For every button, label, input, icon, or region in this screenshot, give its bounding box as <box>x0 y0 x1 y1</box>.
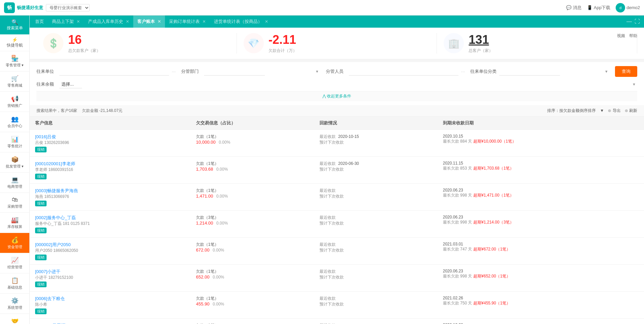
tab-bar: 首页 商品上下架 ✕ 产成品入库单历史 ✕ 客户账本 ✕ 采购订单统计表 ✕ 进… <box>30 16 644 28</box>
person-label: 分管人员 <box>326 68 346 75</box>
filter-item-unit-category: 往来单位分类 ▼ <box>470 67 610 76</box>
last-payment-6: 最近收款 <box>319 296 432 301</box>
sort-label[interactable]: 排序：按欠款金额倒序排序 <box>547 108 596 114</box>
customer-name-5[interactable]: [0007]小进干 <box>35 269 185 275</box>
customer-name-6[interactable]: [0006]去下粮仓 <box>35 296 185 302</box>
customer-name-3[interactable]: [0002]服务中心_丁磊 <box>35 215 185 221</box>
from-unit-input[interactable] <box>59 67 169 76</box>
sidebar-item-ecommerce[interactable]: 💻 电商管理 <box>0 173 29 193</box>
sidebar-item-marketing[interactable]: 📢 营销推广 <box>0 92 29 112</box>
sidebar-item-member[interactable]: 👥 会员中心 <box>0 112 29 132</box>
person-input[interactable] <box>349 67 458 76</box>
top-bar-left: 畅 畅捷通好生意 母婴行业演示账套 <box>4 2 90 13</box>
tab-purchase-order-stats[interactable]: 采购订单统计表 ✕ <box>165 16 210 28</box>
balance-label: 往来余额 <box>36 81 57 87</box>
dept-input[interactable] <box>204 67 265 76</box>
tab-bar-right: — ⛶ <box>626 19 643 25</box>
debt-amount-2[interactable]: 1,471.00 <box>196 194 213 199</box>
tab-products-offsale[interactable]: 商品上下架 ✕ <box>48 16 84 28</box>
video-help-btn[interactable]: 视频 <box>617 33 625 39</box>
debt-amount-4[interactable]: 672.00 <box>196 247 209 253</box>
debt-amount-5[interactable]: 652.00 <box>196 274 209 279</box>
industry-select[interactable]: 母婴行业演示账套 <box>46 4 90 11</box>
tab-close-production[interactable]: ✕ <box>126 19 129 24</box>
sidebar-item-system[interactable]: ⚙️ 系统管理 <box>0 294 29 314</box>
result-bar: 搜索结果中，客户16家 欠款金额 -21,148.07元 排序：按欠款金额倒序排… <box>30 105 644 117</box>
app-download-btn[interactable]: 📱 App下载 <box>587 5 610 11</box>
cell-customer-4: [000002]用户2050 用户2050 18665062050 现销 <box>30 237 191 264</box>
debt-amount-6[interactable]: 455.90 <box>196 301 209 306</box>
customer-name-7[interactable]: [000001]黄思源 <box>35 323 185 324</box>
debt-amount-0[interactable]: 10,000.00 <box>196 140 216 145</box>
due-date-5: 2020.06.23 <box>443 269 639 273</box>
due-date-1: 2020.11.15 <box>443 161 639 166</box>
customer-name-0[interactable]: [0016]吕俊 <box>35 134 185 140</box>
tab-customer-account[interactable]: 客户账本 ✕ <box>133 16 165 28</box>
sidebar-item-operations[interactable]: 📈 经营管理 <box>0 253 29 273</box>
col-due-date: 到期未收款日期 <box>438 117 644 130</box>
filter-area: 往来单位 ··· 分管部门 ▼ 分管人员 ··· <box>30 62 644 105</box>
stats-row: 💲 16 总欠款客户（家） 💎 -2.11 欠款合计（万） 🏢 <box>30 28 644 59</box>
sidebar-search[interactable]: 🔍 搜索菜单 <box>0 16 29 34</box>
tab-fullscreen-btn[interactable]: ⛶ <box>635 19 640 25</box>
stat-icon-3: 🏢 <box>444 33 464 53</box>
sidebar-item-retail-mgmt[interactable]: 🏪 零售管理 ▾ <box>0 51 29 71</box>
tab-close-import[interactable]: ✕ <box>265 19 268 24</box>
tab-close-purchase[interactable]: ✕ <box>202 19 206 24</box>
tab-import-stats[interactable]: 进货单统计表（按商品） ✕ <box>210 16 272 28</box>
balance-select[interactable]: 选择... <box>59 80 82 88</box>
sidebar-item-inventory[interactable]: 🏭 库存核算 <box>0 213 29 233</box>
debt-count-3: 欠款（3笔） <box>196 215 309 220</box>
sidebar-item-enterprise-collab[interactable]: 🤝 企业协同 <box>0 314 29 324</box>
sidebar-item-basic-info[interactable]: 📋 基础信息 <box>0 273 29 294</box>
filter-item-balance: 往来余额 选择... ▼ <box>36 80 637 88</box>
sidebar-item-finance[interactable]: 💰 资金管理 <box>0 233 29 253</box>
person-dots[interactable]: ··· <box>461 69 465 74</box>
table-row: [000001]黄思源 黄思源 13552700226 现销 欠款（1笔） 42… <box>30 318 644 324</box>
table-row: [0007]小进干 小进干 18279152100 现销 欠款（1笔） 652.… <box>30 264 644 291</box>
tab-production-history[interactable]: 产成品入库单历史 ✕ <box>84 16 133 28</box>
customer-name-1[interactable]: [0001020001]李老师 <box>35 161 185 167</box>
cell-debt-2: 欠款（1笔） 1,471.00 0.00% <box>191 183 314 210</box>
cell-payment-3: 最近收款 预计下次收款 <box>314 210 437 237</box>
sidebar-quick-nav[interactable]: ⚡ 快捷导航 <box>0 34 29 51</box>
search-button[interactable]: 查询 <box>615 66 637 77</box>
from-unit-dots[interactable]: ··· <box>172 69 176 74</box>
result-summary: 搜索结果中，客户16家 欠款金额 -21,148.07元 <box>36 108 122 114</box>
debt-amount-1[interactable]: 1,703.68 <box>196 167 213 172</box>
col-payment-info: 回款情况 <box>314 117 437 130</box>
tab-close-products[interactable]: ✕ <box>77 19 80 24</box>
sidebar-item-batch-mgmt[interactable]: 📦 批发管理 ▾ <box>0 152 29 173</box>
customer-phone-0: 吕俊 13026203696 <box>35 140 185 146</box>
unit-category-input[interactable] <box>499 67 560 76</box>
sidebar-item-retail-store[interactable]: 🛒 零售商城 <box>0 71 29 92</box>
message-icon: 💬 <box>566 5 571 10</box>
customer-phone-4: 用户2050 18665062050 <box>35 248 185 254</box>
tab-close-customer[interactable]: ✕ <box>158 19 161 24</box>
refresh-btn[interactable]: ⊙ 刷新 <box>625 108 637 114</box>
sidebar-item-purchase[interactable]: 🛍 采购管理 <box>0 193 29 213</box>
customer-phone-2: 海燕 18513066976 <box>35 194 185 200</box>
debt-count-2: 欠款（1笔） <box>196 188 309 194</box>
collapse-row[interactable]: ⋀ 收起更多条件 <box>36 91 637 101</box>
help-btn[interactable]: 帮助 <box>629 33 637 39</box>
export-btn[interactable]: ⊙ 导出 <box>608 108 620 114</box>
tab-minimize-btn[interactable]: — <box>626 19 632 25</box>
customer-name-2[interactable]: [0003]畅捷服务尹海燕 <box>35 188 185 194</box>
dept-label: 分管部门 <box>181 68 201 75</box>
message-btn[interactable]: 💬 消息 <box>566 5 582 11</box>
due-date-0: 2020.10.15 <box>443 134 639 139</box>
filter-item-person: 分管人员 ··· <box>326 67 465 76</box>
sidebar-item-retail-stats[interactable]: 📊 零售统计 <box>0 132 29 152</box>
last-payment-2: 最近收款 <box>319 188 432 194</box>
customer-name-4[interactable]: [000002]用户2050 <box>35 242 185 248</box>
due-date-2: 2020.06.23 <box>443 188 639 193</box>
user-profile[interactable]: d demo2 <box>616 3 640 12</box>
debt-amount-3[interactable]: 1,214.00 <box>196 220 213 226</box>
stat-label-3: 总客户（家） <box>469 48 493 54</box>
filter-item-from-unit: 往来单位 ··· <box>36 67 176 76</box>
customer-tag-5: 现销 <box>35 282 47 287</box>
top-bar: 畅 畅捷通好生意 母婴行业演示账套 💬 消息 📱 App下载 d demo2 <box>0 0 644 16</box>
tab-home[interactable]: 首页 <box>31 16 48 28</box>
stat-content-1: 16 总欠款客户（家） <box>68 33 101 54</box>
